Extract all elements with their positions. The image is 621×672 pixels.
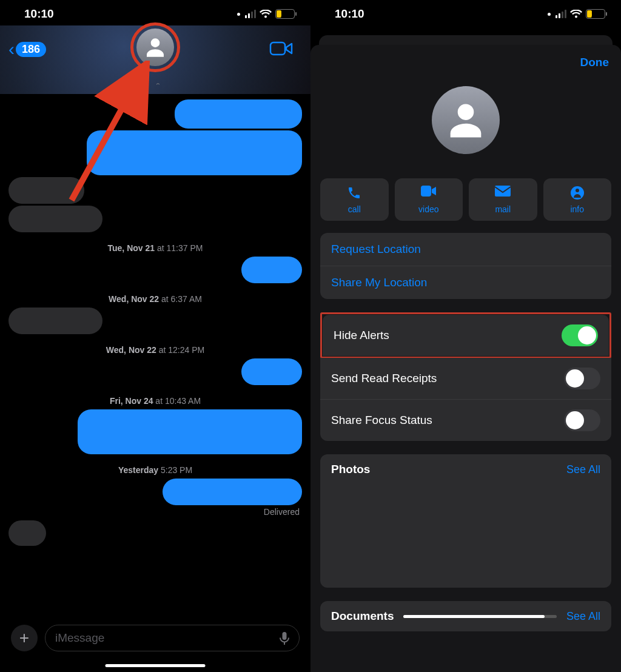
contact-details-screen: 10:10 26 Done call video xyxy=(310,0,621,672)
toggles-group: Send Read Receipts Share Focus Status xyxy=(320,358,611,441)
home-indicator[interactable] xyxy=(106,664,206,667)
conversation-header: ‹ 186 › xyxy=(0,25,310,94)
focus-status-label: Share Focus Status xyxy=(331,414,432,427)
back-button[interactable]: ‹ 186 xyxy=(8,40,46,58)
read-receipts-toggle[interactable] xyxy=(564,368,600,389)
sent-bubble[interactable] xyxy=(175,99,302,129)
quick-actions: call video mail info xyxy=(320,178,611,221)
info-label: info xyxy=(570,204,584,214)
share-my-location[interactable]: Share My Location xyxy=(320,266,611,299)
chevron-left-icon: ‹ xyxy=(8,40,15,58)
contact-avatar-highlight xyxy=(130,22,180,72)
documents-progress xyxy=(403,615,556,618)
received-bubble[interactable] xyxy=(8,307,102,334)
signal-icon xyxy=(556,10,566,18)
hide-alerts-label: Hide Alerts xyxy=(334,329,389,342)
info-button[interactable]: info xyxy=(543,178,612,221)
contact-name-row[interactable]: › xyxy=(0,78,310,89)
contact-avatar[interactable] xyxy=(136,29,174,66)
sent-bubble[interactable] xyxy=(163,479,302,505)
battery-icon: 26 xyxy=(586,9,605,19)
input-placeholder: iMessage xyxy=(55,631,104,645)
person-icon xyxy=(143,35,168,60)
svg-rect-3 xyxy=(495,186,511,197)
done-button[interactable]: Done xyxy=(580,56,609,69)
battery-icon: 26 xyxy=(275,9,295,19)
mail-icon xyxy=(471,186,535,201)
timestamp: Yesterday 5:23 PM xyxy=(8,465,302,475)
cell-dot-icon xyxy=(548,13,551,16)
message-input-bar: + iMessage xyxy=(0,625,310,651)
status-time: 10:10 xyxy=(24,7,54,21)
info-icon xyxy=(546,186,609,201)
message-list[interactable]: Tue, Nov 21 at 11:37 PM Wed, Nov 22 at 6… xyxy=(0,94,310,546)
wifi-icon xyxy=(570,10,582,19)
contact-avatar-large[interactable] xyxy=(432,86,500,154)
documents-see-all[interactable]: See All xyxy=(566,610,600,623)
mail-button[interactable]: mail xyxy=(469,178,537,221)
timestamp: Wed, Nov 22 at 12:24 PM xyxy=(8,345,302,355)
call-button[interactable]: call xyxy=(320,178,389,221)
timestamp: Tue, Nov 21 at 11:37 PM xyxy=(8,243,302,253)
chevron-right-icon: › xyxy=(153,83,162,85)
photos-section[interactable]: Photos See All xyxy=(320,454,611,588)
video-icon xyxy=(269,40,294,57)
received-bubble[interactable] xyxy=(8,520,46,546)
delivered-label: Delivered xyxy=(8,507,302,517)
message-input[interactable]: iMessage xyxy=(45,625,300,651)
hide-alerts-row[interactable]: Hide Alerts xyxy=(323,315,609,356)
sent-bubble[interactable] xyxy=(78,409,302,454)
status-bar: 10:10 26 xyxy=(0,0,310,25)
received-bubble[interactable] xyxy=(8,177,84,204)
cell-dot-icon xyxy=(237,13,240,16)
mail-label: mail xyxy=(495,204,511,214)
documents-title: Documents xyxy=(331,610,394,623)
sent-bubble[interactable] xyxy=(241,358,302,385)
sent-bubble[interactable] xyxy=(241,257,302,283)
unread-badge: 186 xyxy=(16,42,46,57)
location-group: Request Location Share My Location xyxy=(320,233,611,299)
svg-rect-2 xyxy=(421,186,431,197)
signal-icon xyxy=(245,10,256,18)
video-button[interactable]: video xyxy=(395,178,463,221)
status-time: 10:10 xyxy=(335,7,364,21)
person-icon xyxy=(443,97,489,143)
timestamp: Fri, Nov 24 at 10:43 AM xyxy=(8,396,302,406)
read-receipts-label: Send Read Receipts xyxy=(331,372,437,385)
details-sheet: Done call video mail info Request L xyxy=(310,45,621,672)
facetime-button[interactable] xyxy=(269,40,294,57)
call-label: call xyxy=(348,204,361,214)
video-label: video xyxy=(418,204,438,214)
request-location[interactable]: Request Location xyxy=(320,233,611,266)
timestamp: Wed, Nov 22 at 6:37 AM xyxy=(8,294,302,304)
messages-conversation-screen: 10:10 26 ‹ 186 xyxy=(0,0,310,672)
read-receipts-row[interactable]: Send Read Receipts xyxy=(320,358,611,399)
photos-see-all[interactable]: See All xyxy=(566,463,600,476)
focus-status-row[interactable]: Share Focus Status xyxy=(320,399,611,441)
svg-point-5 xyxy=(576,189,579,192)
sent-bubble[interactable] xyxy=(87,130,302,175)
documents-section[interactable]: Documents See All xyxy=(320,601,611,631)
photos-title: Photos xyxy=(331,463,370,476)
hide-alerts-toggle[interactable] xyxy=(562,324,598,346)
phone-icon xyxy=(323,186,386,201)
hide-alerts-highlight: Hide Alerts xyxy=(320,312,611,358)
svg-rect-0 xyxy=(270,42,285,55)
focus-status-toggle[interactable] xyxy=(564,409,600,431)
add-button[interactable]: + xyxy=(11,625,38,651)
video-icon xyxy=(397,186,461,201)
received-bubble[interactable] xyxy=(8,206,102,232)
microphone-icon[interactable] xyxy=(280,631,289,645)
plus-icon: + xyxy=(19,628,29,648)
wifi-icon xyxy=(260,10,272,19)
status-bar: 10:10 26 xyxy=(310,0,621,25)
